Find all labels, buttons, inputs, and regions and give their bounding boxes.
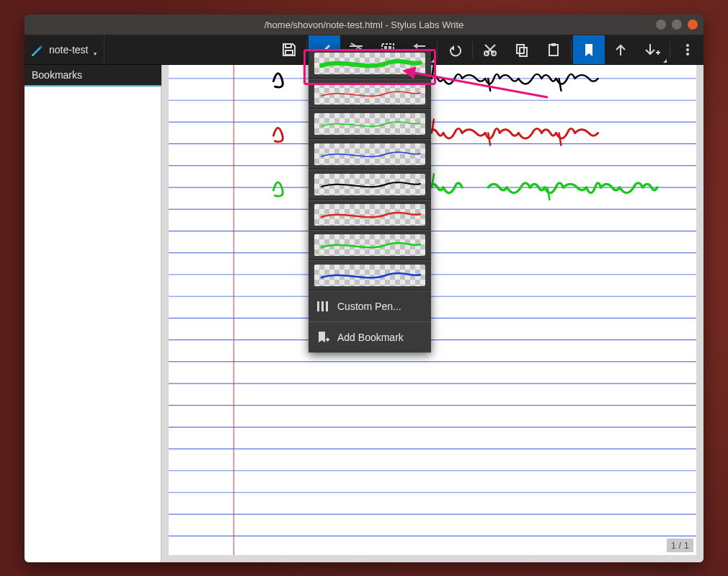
cut-icon xyxy=(482,42,498,58)
chevron-down-icon: ▾ xyxy=(94,50,97,57)
bookmark-icon xyxy=(581,42,597,58)
custom-pen-menu-item[interactable]: Custom Pen... xyxy=(308,291,431,322)
pen-swatch-blue-thin[interactable] xyxy=(308,139,431,169)
save-button[interactable] xyxy=(273,35,305,64)
svg-rect-12 xyxy=(551,43,556,46)
undo-button[interactable] xyxy=(439,35,471,64)
more-vertical-icon xyxy=(680,42,696,58)
next-page-button[interactable] xyxy=(636,35,668,64)
svg-point-7 xyxy=(484,51,489,56)
svg-rect-0 xyxy=(285,44,291,48)
pen-swatch-green-thick[interactable] xyxy=(308,49,431,79)
svg-rect-9 xyxy=(517,45,524,53)
dropdown-indicator-icon xyxy=(663,59,667,63)
note-page[interactable] xyxy=(169,65,696,555)
svg-point-8 xyxy=(492,51,496,56)
window-minimize-button[interactable] xyxy=(656,19,666,30)
window-maximize-button[interactable] xyxy=(672,19,682,30)
window-title: /home/shovon/note-test.html - Stylus Lab… xyxy=(265,19,464,30)
svg-point-15 xyxy=(686,53,689,56)
custom-pen-label: Custom Pen... xyxy=(337,301,401,312)
bookmarks-list[interactable] xyxy=(25,87,161,562)
pen-swatch-green-med[interactable] xyxy=(308,230,431,260)
pen-dropdown-menu: Custom Pen...Add Bookmark xyxy=(308,49,431,353)
pencil-icon xyxy=(30,43,45,57)
svg-point-13 xyxy=(686,44,689,47)
sidebar-header: Bookmarks xyxy=(25,65,161,87)
pen-swatch-red-thin[interactable] xyxy=(308,79,431,109)
svg-rect-40 xyxy=(321,301,324,311)
svg-rect-39 xyxy=(317,301,319,311)
svg-rect-41 xyxy=(326,301,328,311)
note-drawing xyxy=(169,65,696,555)
bookmarks-sidebar: Bookmarks xyxy=(25,65,161,562)
document-tab[interactable]: note-test ▾ xyxy=(25,35,105,64)
copy-button[interactable] xyxy=(506,35,538,64)
canvas-area: 1 / 1 xyxy=(161,65,703,562)
overflow-menu-button[interactable] xyxy=(672,35,703,64)
page-indicator: 1 / 1 xyxy=(667,539,693,552)
bookmark-button[interactable] xyxy=(573,35,605,64)
paste-button[interactable] xyxy=(538,35,569,64)
svg-point-14 xyxy=(686,48,689,51)
copy-icon xyxy=(514,42,530,58)
arrow-down-plus-icon xyxy=(644,42,661,58)
save-icon xyxy=(281,42,297,58)
pen-swatch-black-med[interactable] xyxy=(308,169,431,200)
titlebar[interactable]: /home/shovon/note-test.html - Stylus Lab… xyxy=(25,14,703,35)
svg-rect-10 xyxy=(520,48,527,56)
bookmark-add-icon xyxy=(316,330,330,345)
add-bookmark-menu-item[interactable]: Add Bookmark xyxy=(308,322,431,353)
pen-swatch-blue-med[interactable] xyxy=(308,260,431,291)
arrow-up-icon xyxy=(613,42,629,58)
pen-swatch-red-med[interactable] xyxy=(308,200,431,230)
document-tab-label: note-test xyxy=(49,44,88,56)
window-close-button[interactable] xyxy=(688,19,698,30)
svg-rect-1 xyxy=(285,50,293,55)
undo-icon xyxy=(447,42,463,58)
svg-rect-11 xyxy=(549,45,558,56)
cut-button[interactable] xyxy=(474,35,506,64)
previous-page-button[interactable] xyxy=(605,35,636,64)
add-bookmark-label: Add Bookmark xyxy=(337,332,404,343)
paste-icon xyxy=(546,42,561,58)
pens-icon xyxy=(316,299,330,314)
pen-swatch-green-thin[interactable] xyxy=(308,109,431,139)
